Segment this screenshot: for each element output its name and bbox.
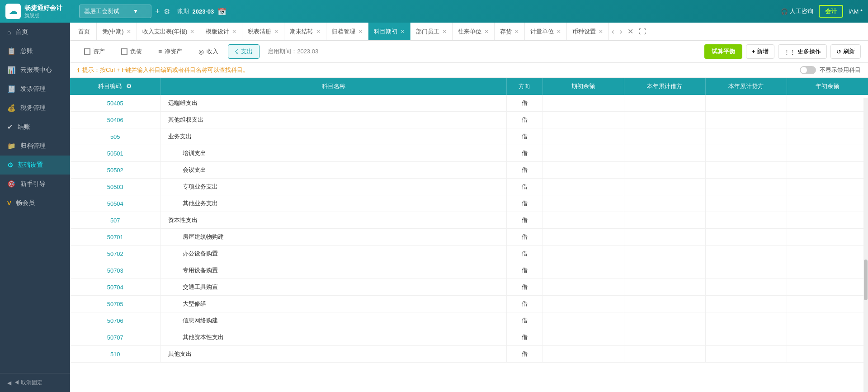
more-ops-button[interactable]: ⋮⋮ 更多操作 bbox=[778, 44, 827, 59]
cell-dir: 借 bbox=[506, 145, 542, 162]
cell-yearstart bbox=[787, 246, 868, 262]
settings-icon[interactable]: ⚙ bbox=[164, 7, 170, 16]
tab-close-yearend[interactable]: ✕ bbox=[316, 28, 321, 35]
cell-balance bbox=[542, 179, 624, 195]
tab-dept[interactable]: 部门员工 ✕ bbox=[410, 23, 453, 41]
tab-expand[interactable]: ⛶ bbox=[636, 28, 649, 36]
table-row[interactable]: 50405 远端维支出 借 bbox=[70, 95, 868, 112]
tab-close-all[interactable]: ✕ bbox=[625, 27, 636, 36]
tab-close-dept[interactable]: ✕ bbox=[442, 28, 447, 35]
table-row[interactable]: 50703 专用设备购置 借 bbox=[70, 262, 868, 279]
cell-name: 资本性支出 bbox=[160, 212, 506, 229]
reports-icon: 📊 bbox=[7, 66, 16, 74]
calendar-icon[interactable]: 📅 bbox=[217, 7, 226, 16]
tab-currency[interactable]: 币种设置 ✕ bbox=[567, 23, 609, 41]
sidebar-item-home[interactable]: ⌂ 首页 bbox=[0, 23, 70, 42]
tab-partner[interactable]: 往来单位 ✕ bbox=[453, 23, 495, 41]
tab-close-unit[interactable]: ✕ bbox=[557, 28, 561, 35]
tab-nav-prev[interactable]: ‹ bbox=[609, 28, 617, 36]
tab-close-archivemgr[interactable]: ✕ bbox=[358, 28, 363, 35]
add-company-icon[interactable]: + bbox=[155, 7, 160, 16]
tab-income[interactable]: 收入支出表(年报) ✕ bbox=[137, 23, 201, 41]
tab-archivemgr[interactable]: 归档管理 ✕ bbox=[326, 23, 368, 41]
col-header-balance: 期初余额 bbox=[542, 78, 624, 95]
filter-tab-assets[interactable]: 资产 bbox=[77, 44, 112, 59]
tab-close-taxform[interactable]: ✕ bbox=[274, 28, 278, 35]
table-row[interactable]: 50702 办公设备购置 借 bbox=[70, 246, 868, 262]
scrollbar-track[interactable] bbox=[863, 98, 868, 392]
filter-tab-income[interactable]: ◎ 收入 bbox=[192, 44, 225, 59]
sidebar-item-guide[interactable]: 🎯 新手引导 bbox=[0, 175, 70, 194]
company-select[interactable]: 基层工会测试 ▼ bbox=[79, 5, 151, 18]
toggle-switch[interactable] bbox=[800, 66, 816, 74]
sidebar-item-member[interactable]: V 畅会员 bbox=[0, 194, 70, 213]
tab-yearend[interactable]: 期末结转 ✕ bbox=[284, 23, 326, 41]
table-row[interactable]: 50406 其他维权支出 借 bbox=[70, 112, 868, 128]
balance-button[interactable]: 试算平衡 bbox=[704, 44, 742, 59]
sidebar-bottom-pin[interactable]: ◀ ◀ 取消固定 bbox=[0, 373, 70, 392]
table-row[interactable]: 505 业务支出 借 bbox=[70, 128, 868, 145]
tab-voucher[interactable]: 凭(中期) ✕ bbox=[97, 23, 137, 41]
table-row[interactable]: 50501 培训支出 借 bbox=[70, 145, 868, 162]
cell-code: 50405 bbox=[70, 95, 160, 112]
hint-text: 提示：按Ctrl + F键并输入科目编码或者科目名称可以查找科目。 bbox=[82, 66, 249, 74]
filter-tab-liabilities[interactable]: 负债 bbox=[114, 44, 149, 59]
table-row[interactable]: 50504 其他业务支出 借 bbox=[70, 195, 868, 212]
period-value: 2023-03 bbox=[193, 8, 214, 15]
cell-yearstart bbox=[787, 112, 868, 128]
filter-tab-expenditure[interactable]: ☇ 支出 bbox=[228, 44, 259, 59]
filter-label-equity: 净资产 bbox=[165, 47, 182, 56]
table-row[interactable]: 50502 会议支出 借 bbox=[70, 162, 868, 179]
sidebar-item-tax[interactable]: 💰 税务管理 bbox=[0, 99, 70, 118]
liabilities-icon bbox=[121, 48, 127, 55]
tab-close-currency[interactable]: ✕ bbox=[599, 28, 603, 35]
scrollbar-thumb[interactable] bbox=[864, 260, 868, 300]
sidebar-label-close: 结账 bbox=[18, 123, 30, 131]
table-row[interactable]: 507 资本性支出 借 bbox=[70, 212, 868, 229]
table-row[interactable]: 50705 大型修缮 借 bbox=[70, 296, 868, 312]
table-row[interactable]: 50706 信息网络购建 借 bbox=[70, 312, 868, 329]
cell-code: 50501 bbox=[70, 145, 160, 162]
iam-label[interactable]: iAM * bbox=[849, 8, 863, 15]
tab-template[interactable]: 模版设计 ✕ bbox=[200, 23, 242, 41]
add-button[interactable]: + 新增 bbox=[746, 44, 774, 59]
tab-taxform[interactable]: 税表清册 ✕ bbox=[242, 23, 284, 41]
refresh-button[interactable]: ↺ 刷新 bbox=[830, 44, 861, 59]
tab-close-template[interactable]: ✕ bbox=[232, 28, 236, 35]
support-button[interactable]: 🎧 人工咨询 bbox=[781, 7, 813, 15]
sidebar-item-ledger[interactable]: 📋 总账 bbox=[0, 42, 70, 61]
account-button[interactable]: 会计 bbox=[819, 5, 843, 18]
cell-credit bbox=[705, 112, 787, 128]
sidebar-item-invoice[interactable]: 🧾 发票管理 bbox=[0, 80, 70, 99]
sidebar-item-archive[interactable]: 📁 归档管理 bbox=[0, 137, 70, 156]
tab-close-income[interactable]: ✕ bbox=[190, 28, 194, 35]
cell-debit bbox=[624, 112, 705, 128]
sidebar-item-close[interactable]: ✔ 结账 bbox=[0, 118, 70, 137]
tab-close-inventory[interactable]: ✕ bbox=[514, 28, 519, 35]
tab-close-voucher[interactable]: ✕ bbox=[127, 28, 131, 35]
tab-unit[interactable]: 计量单位 ✕ bbox=[525, 23, 567, 41]
cell-balance bbox=[542, 346, 624, 363]
col-settings-icon[interactable]: ⚙ bbox=[126, 82, 132, 90]
filter-tab-equity[interactable]: ≡ 净资产 bbox=[151, 44, 189, 59]
cell-balance bbox=[542, 195, 624, 212]
table-row[interactable]: 50503 专项业务支出 借 bbox=[70, 179, 868, 195]
tab-close-subject[interactable]: ✕ bbox=[400, 28, 405, 35]
table-row[interactable]: 50704 交通工具购置 借 bbox=[70, 279, 868, 296]
sidebar-item-reports[interactable]: 📊 云报表中心 bbox=[0, 61, 70, 80]
tab-close-partner[interactable]: ✕ bbox=[484, 28, 489, 35]
content-area: 首页 凭(中期) ✕ 收入支出表(年报) ✕ 模版设计 ✕ 税表清册 ✕ 期末结… bbox=[70, 23, 868, 392]
top-header: ☁ 畅捷通好会计 旗舰版 基层工会测试 ▼ + ⚙ 账期 2023-03 📅 🎧… bbox=[0, 0, 868, 23]
cell-credit bbox=[705, 296, 787, 312]
cell-debit bbox=[624, 246, 705, 262]
tax-icon: 💰 bbox=[7, 104, 16, 112]
cell-name: 其他维权支出 bbox=[160, 112, 506, 128]
tab-home[interactable]: 首页 bbox=[72, 23, 97, 41]
sidebar-item-settings[interactable]: ⚙ 基础设置 bbox=[0, 156, 70, 175]
tab-subject-init[interactable]: 科目期初 ✕ bbox=[368, 23, 410, 41]
table-row[interactable]: 50707 其他资本性支出 借 bbox=[70, 329, 868, 346]
tab-nav-next[interactable]: › bbox=[617, 28, 625, 36]
table-row[interactable]: 50701 房屋建筑物购建 借 bbox=[70, 229, 868, 246]
tab-inventory[interactable]: 存货 ✕ bbox=[495, 23, 525, 41]
table-row[interactable]: 510 其他支出 借 bbox=[70, 346, 868, 363]
